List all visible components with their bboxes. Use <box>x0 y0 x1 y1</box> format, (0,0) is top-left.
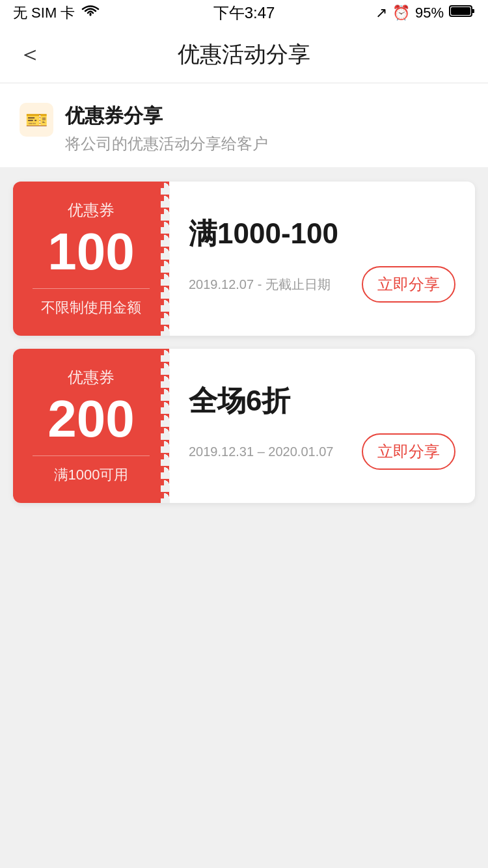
coupon-title-1: 满1000-100 <box>189 215 455 253</box>
coupon-amount-2: 200 <box>47 393 134 445</box>
status-bar: 无 SIM 卡 下午3:47 ↗ ⏰ 95% <box>0 0 488 26</box>
coupon-date-1: 2019.12.07 - 无截止日期 <box>189 276 355 293</box>
coupon-label-2: 优惠券 <box>68 367 115 388</box>
nav-bar: ＜ 优惠活动分享 <box>0 26 488 83</box>
section-text: 优惠券分享 将公司的优惠活动分享给客户 <box>65 103 268 154</box>
carrier-text: 无 SIM 卡 <box>13 3 75 23</box>
coupon-right-2: 全场6折 2019.12.31 – 2020.01.07 立即分享 <box>169 349 475 503</box>
battery-text: 95% <box>415 5 444 21</box>
coupon-date-2: 2019.12.31 – 2020.01.07 <box>189 444 355 459</box>
coupon-condition-2: 满1000可用 <box>54 465 129 485</box>
share-button-1[interactable]: 立即分享 <box>362 266 455 303</box>
coupon-label-1: 优惠券 <box>68 200 115 221</box>
coupon-bottom-2: 2019.12.31 – 2020.01.07 立即分享 <box>189 433 455 470</box>
back-button[interactable]: ＜ <box>18 38 42 70</box>
page-title: 优惠活动分享 <box>178 40 310 70</box>
coupon-left-1: 优惠券 100 不限制使用金额 <box>13 182 169 336</box>
location-icon: ↗ <box>375 5 387 21</box>
status-right: ↗ ⏰ 95% <box>375 5 475 21</box>
coupon-divider-1 <box>33 288 150 289</box>
coupon-right-1: 满1000-100 2019.12.07 - 无截止日期 立即分享 <box>169 182 475 336</box>
share-button-2[interactable]: 立即分享 <box>362 433 455 470</box>
coupon-bottom-1: 2019.12.07 - 无截止日期 立即分享 <box>189 266 455 303</box>
alarm-icon: ⏰ <box>392 5 410 21</box>
coupon-card-1: 优惠券 100 不限制使用金额 满1000-100 2019.12.07 - 无… <box>13 182 475 336</box>
coupon-card-2: 优惠券 200 满1000可用 全场6折 2019.12.31 – 2020.0… <box>13 349 475 503</box>
section-subtitle: 将公司的优惠活动分享给客户 <box>65 133 268 154</box>
coupon-divider-2 <box>33 455 150 456</box>
coupon-section-icon: 🎫 <box>20 103 53 137</box>
svg-rect-2 <box>451 7 470 15</box>
section-header: 🎫 优惠券分享 将公司的优惠活动分享给客户 <box>0 83 488 167</box>
coupon-amount-1: 100 <box>47 226 134 278</box>
svg-rect-1 <box>472 9 474 13</box>
coupon-left-2: 优惠券 200 满1000可用 <box>13 349 169 503</box>
battery-icon <box>449 5 475 21</box>
section-title: 优惠券分享 <box>65 103 268 129</box>
status-left: 无 SIM 卡 <box>13 3 100 23</box>
coupon-list: 优惠券 100 不限制使用金额 满1000-100 2019.12.07 - 无… <box>0 169 488 516</box>
coupon-title-2: 全场6折 <box>189 382 455 420</box>
coupon-condition-1: 不限制使用金额 <box>41 298 141 318</box>
status-time: 下午3:47 <box>213 3 275 23</box>
wifi-icon <box>81 5 100 21</box>
